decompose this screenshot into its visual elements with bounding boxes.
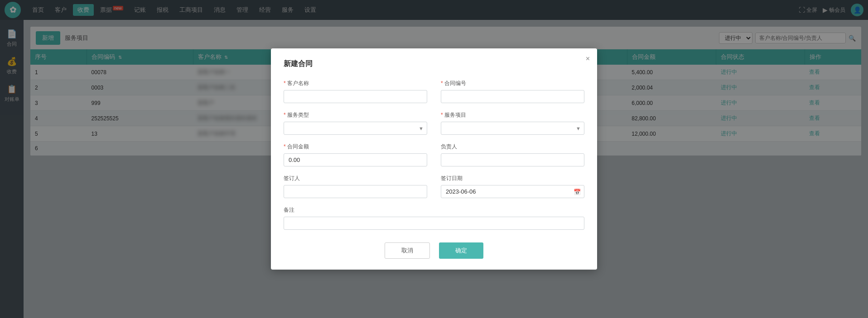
modal-close-button[interactable]: × — [586, 55, 590, 63]
responsible-input[interactable] — [441, 153, 584, 166]
signer-label: 签订人 — [284, 175, 427, 182]
service-type-field: 服务类型 ▼ — [284, 111, 427, 135]
cancel-button[interactable]: 取消 — [385, 242, 430, 259]
responsible-label: 负责人 — [441, 143, 584, 151]
sign-date-field: 签订日期 📅 — [441, 175, 584, 198]
confirm-button[interactable]: 确定 — [439, 242, 483, 259]
notes-input[interactable] — [284, 217, 584, 230]
service-item-select-wrap: ▼ — [441, 122, 584, 135]
contract-amount-label: 合同金额 — [284, 143, 427, 151]
modal-form: 客户名称 合同编号 服务类型 ▼ 服务项目 ▼ — [284, 80, 584, 230]
service-type-select[interactable] — [284, 122, 427, 135]
signer-input[interactable] — [284, 185, 427, 198]
modal-title: 新建合同 — [284, 59, 584, 69]
modal-footer: 取消 确定 — [284, 242, 584, 259]
service-type-select-wrap: ▼ — [284, 122, 427, 135]
customer-name-label: 客户名称 — [284, 80, 427, 87]
customer-name-field: 客户名称 — [284, 80, 427, 103]
contract-no-input[interactable] — [441, 90, 584, 103]
modal-overlay: 新建合同 × 客户名称 合同编号 服务类型 ▼ 服务项目 — [0, 0, 868, 318]
contract-no-label: 合同编号 — [441, 80, 584, 87]
sign-date-label: 签订日期 — [441, 175, 584, 182]
responsible-field: 负责人 — [441, 143, 584, 166]
service-type-label: 服务类型 — [284, 111, 427, 119]
contract-no-field: 合同编号 — [441, 80, 584, 103]
signer-field: 签订人 — [284, 175, 427, 198]
notes-field: 备注 — [284, 206, 584, 230]
new-contract-modal: 新建合同 × 客户名称 合同编号 服务类型 ▼ 服务项目 — [271, 48, 597, 270]
contract-amount-field: 合同金额 — [284, 143, 427, 166]
sign-date-wrap: 📅 — [441, 185, 584, 198]
service-item-select[interactable] — [441, 122, 584, 135]
service-item-field: 服务项目 ▼ — [441, 111, 584, 135]
customer-name-input[interactable] — [284, 90, 427, 103]
sign-date-input[interactable] — [441, 185, 584, 198]
service-item-label: 服务项目 — [441, 111, 584, 119]
notes-label: 备注 — [284, 206, 584, 214]
contract-amount-input[interactable] — [284, 153, 427, 166]
